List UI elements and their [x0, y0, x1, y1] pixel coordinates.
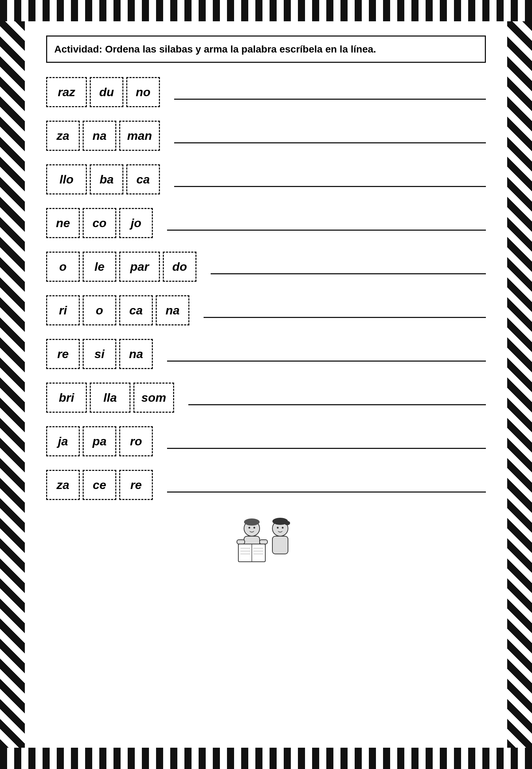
syllable-box-8-2: lla: [90, 383, 131, 413]
syllable-box-6-3: ca: [119, 295, 153, 325]
svg-point-1: [244, 518, 260, 526]
svg-point-17: [284, 521, 290, 525]
exercise-row-6: riocana: [46, 295, 486, 325]
syllable-box-4-3: jo: [119, 208, 153, 238]
svg-rect-20: [272, 536, 288, 554]
syllable-box-7-2: si: [83, 339, 116, 369]
exercise-row-4: necojo: [46, 208, 486, 238]
exercise-row-1: razduno: [46, 77, 486, 107]
syllables-group-10: zacere: [46, 470, 153, 500]
syllable-box-2-3: man: [119, 121, 160, 151]
syllables-group-1: razduno: [46, 77, 160, 107]
answer-line-4[interactable]: [167, 230, 486, 231]
syllable-box-8-1: bri: [46, 383, 87, 413]
syllable-box-5-1: o: [46, 252, 80, 282]
svg-point-18: [277, 527, 279, 529]
exercise-row-10: zacere: [46, 470, 486, 500]
syllables-group-6: riocana: [46, 295, 189, 325]
exercise-row-2: zanaman: [46, 121, 486, 151]
main-content: Actividad: Ordena las silabas y arma la …: [25, 21, 507, 748]
answer-line-10[interactable]: [167, 491, 486, 493]
svg-point-2: [249, 527, 250, 529]
syllable-box-10-2: ce: [83, 470, 116, 500]
answer-line-1[interactable]: [174, 99, 486, 100]
syllable-box-2-1: za: [46, 121, 80, 151]
syllable-box-6-2: o: [83, 295, 116, 325]
syllable-box-5-2: le: [83, 252, 116, 282]
syllable-box-6-4: na: [156, 295, 189, 325]
svg-point-3: [254, 527, 255, 529]
syllables-group-5: olepardo: [46, 252, 196, 282]
syllable-box-1-2: du: [90, 77, 123, 107]
svg-rect-5: [237, 540, 245, 544]
syllable-box-3-3: ca: [126, 164, 160, 194]
left-border: [0, 0, 25, 769]
answer-line-9[interactable]: [167, 448, 486, 449]
answer-line-2[interactable]: [174, 142, 486, 143]
answer-line-7[interactable]: [167, 361, 486, 362]
syllable-box-5-3: par: [119, 252, 160, 282]
exercise-row-3: llobaca: [46, 164, 486, 194]
instruction-box: Actividad: Ordena las silabas y arma la …: [46, 35, 486, 63]
syllable-box-2-2: na: [83, 121, 116, 151]
answer-line-5[interactable]: [211, 273, 486, 274]
syllable-box-5-4: do: [163, 252, 196, 282]
syllable-box-9-3: ro: [119, 426, 153, 456]
reading-kids-icon: [231, 514, 301, 571]
syllable-box-3-1: llo: [46, 164, 87, 194]
answer-line-6[interactable]: [204, 317, 486, 318]
syllable-box-4-1: ne: [46, 208, 80, 238]
top-border: [0, 0, 532, 21]
exercise-row-8: brillasom: [46, 383, 486, 413]
syllable-box-3-2: ba: [90, 164, 123, 194]
syllable-box-1-3: no: [126, 77, 160, 107]
syllable-box-7-3: na: [119, 339, 153, 369]
exercises-container: razdunozanamanllobacanecojoolepardorioca…: [46, 77, 486, 500]
syllable-box-1-1: raz: [46, 77, 87, 107]
right-border: [507, 0, 532, 769]
exercise-row-9: japaro: [46, 426, 486, 456]
answer-line-8[interactable]: [188, 404, 486, 405]
syllable-box-6-1: ri: [46, 295, 80, 325]
syllable-box-8-3: som: [133, 383, 174, 413]
syllables-group-3: llobaca: [46, 164, 160, 194]
syllables-group-9: japaro: [46, 426, 153, 456]
svg-point-19: [282, 527, 284, 529]
exercise-row-5: olepardo: [46, 252, 486, 282]
svg-rect-6: [260, 540, 267, 544]
instruction-text: Actividad: Ordena las silabas y arma la …: [54, 44, 376, 55]
syllable-box-10-3: re: [119, 470, 153, 500]
syllable-box-9-2: pa: [83, 426, 116, 456]
syllables-group-4: necojo: [46, 208, 153, 238]
characters-image: [46, 514, 486, 571]
syllable-box-7-1: re: [46, 339, 80, 369]
answer-line-3[interactable]: [174, 186, 486, 187]
exercise-row-7: resina: [46, 339, 486, 369]
syllable-box-9-1: ja: [46, 426, 80, 456]
syllables-group-2: zanaman: [46, 121, 160, 151]
syllable-box-4-2: co: [83, 208, 116, 238]
syllables-group-7: resina: [46, 339, 153, 369]
syllable-box-10-1: za: [46, 470, 80, 500]
bottom-border: [0, 748, 532, 769]
syllables-group-8: brillasom: [46, 383, 174, 413]
